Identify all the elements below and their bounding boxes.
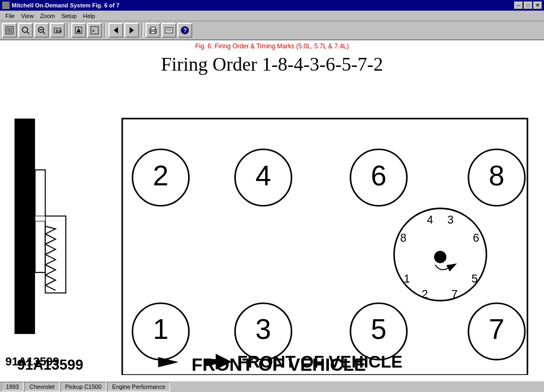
toolbar-btn-print[interactable] <box>146 23 160 38</box>
toolbar-btn-7[interactable] <box>162 23 176 38</box>
svg-text:4: 4 <box>427 214 433 226</box>
menu-zoom[interactable]: Zoom <box>37 12 58 20</box>
window-controls[interactable]: ─ □ ✕ <box>514 2 542 9</box>
engine-diagram: 2 4 6 8 1 3 5 <box>0 78 544 375</box>
svg-text:4: 4 <box>256 160 271 191</box>
svg-rect-61 <box>205 359 217 364</box>
svg-text:7: 7 <box>452 288 458 301</box>
toolbar-btn-6[interactable]: ≡ <box>87 23 102 38</box>
svg-text:Enh: Enh <box>56 29 62 33</box>
svg-rect-23 <box>14 118 35 334</box>
svg-text:2: 2 <box>422 288 428 301</box>
status-model: Pickup C1500 <box>61 382 107 391</box>
menu-setup[interactable]: Setup <box>58 12 80 20</box>
status-category: Engine Performance <box>107 382 170 391</box>
svg-text:5: 5 <box>371 313 387 345</box>
menu-bar: File View Zoom Setup Help <box>0 11 544 21</box>
toolbar-btn-4[interactable]: Enh <box>50 23 65 38</box>
menu-edit[interactable]: View <box>18 12 37 20</box>
svg-marker-60 <box>216 354 232 370</box>
minimize-button[interactable]: ─ <box>514 2 523 9</box>
close-button[interactable]: ✕ <box>533 2 542 9</box>
svg-line-5 <box>43 32 45 34</box>
toolbar-btn-1[interactable] <box>2 23 17 38</box>
svg-text:5: 5 <box>471 272 478 285</box>
svg-rect-26 <box>35 216 45 221</box>
svg-text:8: 8 <box>489 160 505 191</box>
svg-text:?: ? <box>183 27 187 33</box>
svg-rect-17 <box>151 31 155 33</box>
status-bar: 1993 Chevrolet Pickup C1500 Engine Perfo… <box>0 380 544 392</box>
svg-rect-16 <box>151 27 155 30</box>
toolbar-btn-prev[interactable] <box>108 23 123 38</box>
svg-text:1: 1 <box>404 272 410 285</box>
menu-file[interactable]: File <box>2 12 18 20</box>
toolbar: Enh ≡ ? <box>0 21 544 40</box>
front-arrow-icon <box>205 351 232 372</box>
svg-text:1: 1 <box>153 313 169 345</box>
svg-text:7: 7 <box>489 313 505 345</box>
svg-text:2: 2 <box>153 160 169 191</box>
fig-caption: Fig. 6: Firing Order & Timing Marks (5.0… <box>0 40 544 51</box>
svg-marker-13 <box>114 27 118 33</box>
svg-point-2 <box>22 27 28 32</box>
front-label: FRONT OF VEHICLE <box>237 352 402 372</box>
svg-text:6: 6 <box>473 232 479 244</box>
svg-marker-14 <box>130 27 134 33</box>
toolbar-btn-5[interactable] <box>71 23 86 38</box>
toolbar-btn-3[interactable] <box>34 23 49 38</box>
svg-line-3 <box>27 32 29 34</box>
menu-help[interactable]: Help <box>80 12 98 20</box>
status-year: 1993 <box>1 382 23 391</box>
app-icon <box>2 2 10 9</box>
svg-text:3: 3 <box>447 214 454 226</box>
toolbar-btn-help[interactable]: ? <box>177 23 192 38</box>
toolbar-separator-1 <box>67 23 69 38</box>
svg-rect-18 <box>165 28 173 33</box>
status-make: Chevrolet <box>24 382 59 391</box>
toolbar-btn-2[interactable] <box>18 23 33 38</box>
svg-text:6: 6 <box>371 160 387 191</box>
svg-point-45 <box>434 251 446 263</box>
toolbar-btn-next[interactable] <box>124 23 139 38</box>
part-number: 91A13599 <box>5 355 69 369</box>
svg-text:8: 8 <box>400 232 406 244</box>
svg-text:3: 3 <box>256 313 271 345</box>
title-bar: Mitchell On-Demand System Fig. 6 of 7 ─ … <box>0 0 544 11</box>
toolbar-separator-3 <box>141 23 143 38</box>
window-title: Mitchell On-Demand System Fig. 6 of 7 <box>12 2 514 8</box>
diagram-area: 2 4 6 8 1 3 5 <box>0 78 544 375</box>
restore-button[interactable]: □ <box>524 2 532 9</box>
toolbar-separator-2 <box>104 23 106 38</box>
main-content: Fig. 6: Firing Order & Timing Marks (5.0… <box>0 40 544 380</box>
svg-rect-1 <box>7 28 12 33</box>
diagram-title: Firing Order 1-8-4-3-6-5-7-2 <box>0 51 544 78</box>
svg-text:≡: ≡ <box>92 28 95 33</box>
